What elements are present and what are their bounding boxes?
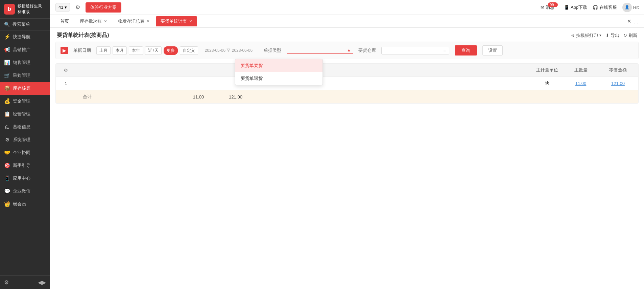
settings-button[interactable]: ⚙ [74, 3, 81, 12]
tab-close-receivable-summary[interactable]: ✕ [146, 19, 150, 24]
page-title: 要货单统计表(按商品) [57, 32, 109, 39]
sidebar-item-label: 系统管理 [13, 137, 30, 143]
tab-close-order-summary[interactable]: ✕ [189, 19, 192, 24]
this-year-btn[interactable]: 本年 [129, 46, 143, 55]
wechat-icon: 💬 [4, 188, 10, 194]
sidebar-item-system[interactable]: ⚙系统管理 [0, 133, 50, 146]
order-type-dropdown[interactable]: ▲ [287, 47, 353, 54]
sidebar-item-label: 快捷导航 [13, 34, 30, 40]
search-label: 搜索菜单 [13, 21, 30, 27]
system-icon: ⚙ [4, 137, 10, 143]
tab-home[interactable]: 首页 [55, 16, 74, 26]
topbar: 41 ▾ ⚙ 体验行业方案 ✉ 消息 99+ 📱 App下载 🎧 在线客服 👤 [50, 0, 644, 15]
sidebar-item-quick-nav[interactable]: ⚡快捷导航 [0, 30, 50, 43]
sidebar-item-label: 新手引导 [13, 162, 30, 169]
table-settings-icon[interactable]: ⚙ [64, 68, 68, 73]
sidebar-item-guide[interactable]: 🎯新手引导 [0, 159, 50, 172]
search-icon: 🔍 [4, 22, 10, 27]
print-arrow-icon: ▾ [599, 33, 601, 38]
tab-close-all-button[interactable]: ✕ [627, 18, 631, 24]
sidebar-item-basic[interactable]: 🗂基础信息 [0, 120, 50, 133]
inventory-icon: 📦 [4, 85, 10, 91]
last-month-btn[interactable]: 上月 [96, 46, 111, 55]
footer-label: 合计 [80, 94, 148, 100]
sidebar-item-finance[interactable]: 💰资金管理 [0, 95, 50, 108]
sidebar-item-cooperation[interactable]: 🤝企业协同 [0, 146, 50, 159]
tab-inventory-batch[interactable]: 库存批次账 ✕ [75, 16, 112, 26]
footer-qty: 11.00 [182, 94, 215, 99]
order-type-label: 单据类型 [264, 47, 281, 53]
menu-toggle-icon[interactable]: ◀▶ [38, 279, 46, 286]
store-name: 41 [58, 5, 63, 10]
settings-icon[interactable]: ⚙ [4, 279, 9, 286]
sidebar-item-operations[interactable]: 📋经营管理 [0, 108, 50, 120]
print-template-button[interactable]: 🖨 按模板打印 ▾ [570, 32, 601, 39]
finance-icon: 💰 [4, 98, 10, 104]
sidebar-item-marketing[interactable]: 📢营销推广 [0, 43, 50, 56]
refresh-button[interactable]: ↻ 刷新 [623, 32, 637, 39]
online-service-label: 在线客服 [599, 4, 617, 10]
dropdown-arrow-icon: ▾ [65, 5, 67, 10]
tab-expand-button[interactable]: ⛶ [634, 18, 639, 24]
store-selector[interactable]: 41 ▾ [55, 3, 70, 12]
row-qty[interactable]: 11.00 [564, 77, 598, 90]
warehouse-input[interactable] [384, 48, 441, 53]
row-amount[interactable]: 121.00 [598, 77, 638, 90]
this-month-btn[interactable]: 本月 [113, 46, 127, 55]
messages-button[interactable]: ✉ 消息 99+ [541, 4, 554, 10]
vip-icon: 👑 [4, 201, 10, 207]
more-btn[interactable]: 更多 [164, 46, 178, 55]
tab-order-summary[interactable]: 要货单统计表 ✕ [156, 16, 197, 26]
page-header: 要货单统计表(按商品) 🖨 按模板打印 ▾ ⬇ 导出 ↻ 刷新 [50, 28, 644, 42]
online-service-button[interactable]: 🎧 在线客服 [593, 4, 617, 10]
marketing-icon: 📢 [4, 47, 10, 53]
filter-toggle-button[interactable]: ▶ [61, 47, 68, 54]
user-profile[interactable]: 👤 Rit [622, 3, 639, 12]
last-7-days-btn[interactable]: 近7天 [145, 46, 162, 55]
query-button[interactable]: 查询 [455, 45, 477, 55]
table-header-row: ⚙ 商品 主计量单位 主数量 零售金额 [56, 64, 638, 77]
data-table-container: ⚙ 商品 主计量单位 主数量 零售金额 1 块 [55, 63, 639, 104]
export-button[interactable]: ⬇ 导出 [605, 32, 619, 39]
guide-icon: 🎯 [4, 162, 10, 169]
messages-badge: 99+ [548, 2, 558, 7]
dropdown-item-order-return[interactable]: 要货单退货 [235, 72, 323, 85]
print-icon: 🖨 [570, 33, 575, 38]
sidebar-item-label: 经营管理 [13, 111, 30, 117]
custom-btn[interactable]: 自定义 [180, 46, 198, 55]
quick-nav-icon: ⚡ [4, 34, 10, 40]
sidebar-nav: ⚡快捷导航📢营销推广📊销售管理🛒采购管理📦库存核算💰资金管理📋经营管理🗂基础信息… [0, 30, 50, 275]
basic-icon: 🗂 [4, 124, 10, 130]
app-download-label: App下载 [571, 4, 587, 10]
sidebar-item-inventory[interactable]: 📦库存核算 [0, 82, 50, 95]
topbar-left: 41 ▾ ⚙ 体验行业方案 [55, 2, 541, 13]
col-header-qty: 主数量 [564, 64, 598, 77]
setup-button[interactable]: 设置 [482, 45, 503, 55]
warehouse-field[interactable]: ··· [381, 47, 449, 54]
tab-close-inventory-batch[interactable]: ✕ [104, 19, 107, 24]
table-row: 1 块 11.00 121.00 [56, 77, 638, 90]
col-header-settings[interactable]: ⚙ [56, 64, 76, 77]
row-unit: 块 [530, 77, 564, 90]
app-download-button[interactable]: 📱 App下载 [564, 4, 587, 10]
trial-industry-button[interactable]: 体验行业方案 [86, 2, 121, 13]
operations-icon: 📋 [4, 111, 10, 117]
purchase-icon: 🛒 [4, 72, 10, 79]
sidebar-item-vip[interactable]: 👑畅会员 [0, 198, 50, 210]
sidebar-item-sales[interactable]: 📊销售管理 [0, 56, 50, 69]
refresh-icon: ↻ [623, 33, 627, 38]
sidebar-item-app-center[interactable]: 📱应用中心 [0, 172, 50, 185]
sidebar-item-wechat[interactable]: 💬企业微信 [0, 185, 50, 198]
main-area: 41 ▾ ⚙ 体验行业方案 ✉ 消息 99+ 📱 App下载 🎧 在线客服 👤 [50, 0, 644, 289]
order-type-input[interactable] [289, 48, 345, 53]
order-type-dropdown-popup: 要货单要货 要货单退货 [235, 59, 323, 85]
app-center-icon: 📱 [4, 175, 10, 181]
warehouse-dots-icon[interactable]: ··· [443, 48, 446, 53]
dropdown-item-order-goods[interactable]: 要货单要货 [235, 59, 323, 72]
sidebar-item-label: 销售管理 [13, 60, 30, 66]
sidebar-item-label: 应用中心 [13, 175, 30, 181]
sidebar-item-purchase[interactable]: 🛒采购管理 [0, 69, 50, 82]
search-menu[interactable]: 🔍 搜索菜单 [0, 19, 50, 30]
page-actions: 🖨 按模板打印 ▾ ⬇ 导出 ↻ 刷新 [570, 32, 637, 39]
tab-receivable-summary[interactable]: 收发存汇总表 ✕ [113, 16, 154, 26]
